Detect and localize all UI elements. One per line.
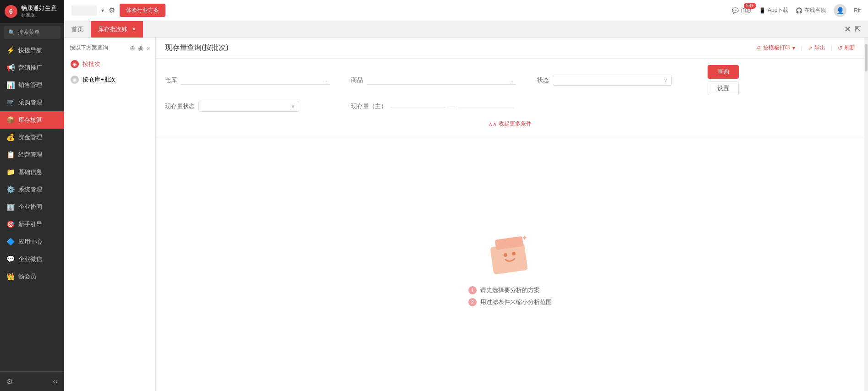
panel-header: 按以下方案查询 ⊕ ◉ «	[64, 42, 155, 56]
sidebar-item-enterprise-wx[interactable]: 💬 企业微信	[0, 250, 64, 268]
status-label: 状态	[537, 76, 549, 84]
sidebar-item-quick-nav[interactable]: ⚡ 快捷导航	[0, 42, 64, 59]
sidebar-item-label: 资金管理	[18, 133, 42, 141]
message-icon: 💬	[732, 7, 739, 14]
messages-btn[interactable]: 💬 消息 99+	[732, 6, 752, 14]
sidebar-item-basic[interactable]: 📁 基础信息	[0, 163, 64, 181]
print-btn[interactable]: 🖨 按模板打印 ▾	[756, 44, 795, 52]
panel-item-batch[interactable]: ◉ 按批次	[64, 56, 155, 72]
collapse-panel-icon[interactable]: «	[146, 44, 150, 52]
refresh-label: 刷新	[844, 44, 855, 52]
empty-hints: 1 请先选择要分析的方案 2 用过滤条件来缩小分析范围	[468, 286, 552, 306]
warehouse-more-btn[interactable]: ...	[320, 76, 330, 83]
sidebar-item-label: 销售管理	[18, 81, 42, 89]
member-icon: 👑	[6, 272, 15, 281]
filter-row-1: 仓库 ... 商品 ...	[165, 65, 855, 95]
gear-icon[interactable]: ⚙	[109, 6, 115, 15]
tab-inventory-batch[interactable]: 库存批次账 ×	[91, 21, 143, 38]
sidebar-item-inventory[interactable]: 📦 库存核算	[0, 111, 64, 129]
sidebar-item-label: 库存核算	[18, 116, 42, 124]
scheme-settings-icon[interactable]: ◉	[138, 44, 143, 52]
scroll-up-btn[interactable]: ‹‹	[53, 376, 58, 386]
marketing-icon: 📢	[6, 64, 15, 72]
topbar: ▾ ⚙ 体验行业方案 💬 消息 99+ 📱 App下载 🎧 在线客服 👤 Rit	[64, 0, 868, 21]
page-title: 现存量查询(按批次)	[165, 43, 229, 53]
sidebar-item-purchase[interactable]: 🛒 采购管理	[0, 94, 64, 111]
status-select[interactable]: ∨	[553, 75, 672, 86]
stock-qty-field: 现存量（主） —	[351, 102, 534, 110]
avatar[interactable]: 👤	[834, 4, 846, 17]
export-btn[interactable]: ↗ 导出	[808, 44, 825, 52]
refresh-btn[interactable]: ↺ 刷新	[838, 44, 855, 52]
stock-status-dropdown-icon: ∨	[291, 103, 295, 109]
print-dropdown-icon[interactable]: ▾	[792, 45, 795, 51]
sidebar-item-system[interactable]: ⚙️ 系统管理	[0, 181, 64, 198]
trial-btn[interactable]: 体验行业方案	[120, 4, 165, 17]
tabs-end: ✕ ⇱	[844, 24, 868, 34]
search-icon: 🔍	[8, 29, 15, 36]
query-btn[interactable]: 查询	[708, 65, 739, 79]
headset-icon: 🎧	[796, 7, 802, 14]
stock-status-label: 现存量状态	[165, 102, 195, 110]
app-download-btn[interactable]: 📱 App下载	[759, 6, 788, 14]
messages-badge: 99+	[744, 3, 756, 9]
filter-section: 仓库 ... 商品 ...	[156, 59, 864, 137]
breadcrumb	[71, 5, 97, 16]
sidebar: 6 畅康通好生意 标准版 🔍 搜索菜单 ⚡ 快捷导航 📢 营销推广 📊 销售管理…	[0, 0, 64, 391]
enterprise-wx-icon: 💬	[6, 255, 15, 263]
settings-icon[interactable]: ⚙	[6, 377, 13, 386]
hint-num-1: 1	[468, 286, 477, 294]
newbie-icon: 🎯	[6, 220, 15, 228]
goods-more-btn[interactable]: ...	[506, 76, 516, 83]
sidebar-item-enterprise[interactable]: 🏢 企业协同	[0, 198, 64, 216]
page-header: 现存量查询(按批次) 🖨 按模板打印 ▾ | ↗ 导出 | ↺	[156, 38, 864, 59]
hint-text-1: 请先选择要分析的方案	[480, 286, 540, 294]
panel-item-warehouse-batch[interactable]: ◉ 按仓库+批次	[64, 72, 155, 87]
empty-hint-2: 2 用过滤条件来缩小分析范围	[468, 298, 552, 306]
goods-value	[367, 79, 506, 81]
tab-close-icon[interactable]: ×	[132, 26, 136, 33]
topbar-left: ▾ ⚙ 体验行业方案	[71, 4, 165, 17]
sidebar-item-label: 营销推广	[18, 64, 42, 72]
system-icon: ⚙️	[6, 185, 15, 194]
sidebar-item-label: 基础信息	[18, 168, 42, 176]
tab-panel-close-icon[interactable]: ✕	[844, 24, 851, 34]
filter-buttons: 查询 设置	[708, 65, 739, 95]
phone-icon: 📱	[759, 7, 766, 14]
chevron-up-icon: ∧∧	[489, 121, 497, 127]
add-scheme-icon[interactable]: ⊕	[130, 44, 135, 52]
print-label: 按模板打印	[763, 44, 791, 52]
sidebar-item-marketing[interactable]: 📢 营销推广	[0, 59, 64, 76]
sidebar-item-label: 系统管理	[18, 185, 42, 194]
sidebar-item-label: 企业微信	[18, 255, 42, 263]
sidebar-item-newbie[interactable]: 🎯 新手引导	[0, 216, 64, 233]
empty-illustration: ✦	[483, 222, 538, 277]
sidebar-item-label: 采购管理	[18, 98, 42, 107]
goods-field: 商品 ...	[351, 76, 516, 85]
collapse-label: 收起更多条件	[499, 120, 532, 128]
filter-row-2: 现存量状态 ∨ 现存量（主） —	[165, 101, 855, 112]
setting-btn[interactable]: 设置	[708, 81, 739, 95]
sidebar-item-operation[interactable]: 📋 经营管理	[0, 146, 64, 163]
service-label: 在线客服	[804, 6, 826, 14]
sidebar-item-app-center[interactable]: 🔷 应用中心	[0, 233, 64, 250]
scroll-thumb[interactable]	[865, 44, 868, 71]
sidebar-item-sales[interactable]: 📊 销售管理	[0, 76, 64, 94]
finance-icon: 💰	[6, 133, 15, 141]
breadcrumb-dropdown-icon[interactable]: ▾	[101, 7, 104, 14]
goods-input-wrap: ...	[367, 76, 516, 85]
service-btn[interactable]: 🎧 在线客服	[796, 6, 826, 14]
stock-status-select[interactable]: ∨	[198, 101, 299, 112]
operation-icon: 📋	[6, 151, 15, 159]
tab-expand-icon[interactable]: ⇱	[855, 25, 861, 33]
app-logo: 6	[5, 5, 17, 18]
enterprise-icon: 🏢	[6, 203, 15, 211]
username[interactable]: Rit	[854, 7, 861, 14]
tab-home[interactable]: 首页	[64, 21, 91, 38]
sidebar-item-member[interactable]: 👑 畅会员	[0, 268, 64, 285]
collapse-conditions-btn[interactable]: ∧∧ 收起更多条件	[165, 117, 855, 130]
search-menu[interactable]: 🔍 搜索菜单	[4, 26, 60, 39]
sidebar-item-finance[interactable]: 💰 资金管理	[0, 129, 64, 146]
svg-point-2	[504, 253, 507, 257]
panel-item-warehouse-batch-label: 按仓库+批次	[82, 76, 116, 84]
